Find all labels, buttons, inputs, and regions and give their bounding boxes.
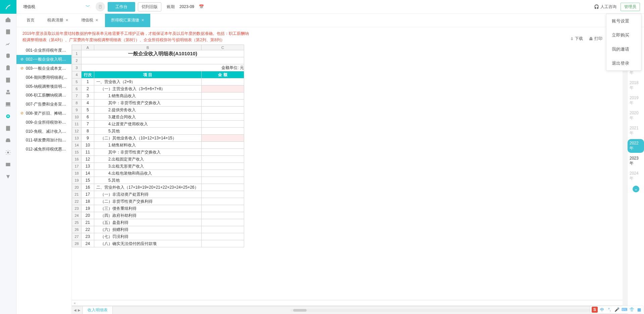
nav-money-icon[interactable] (0, 50, 16, 62)
table-row[interactable]: 84其中：非货币性资产交换收入 (72, 100, 244, 107)
nav-stamp-icon[interactable] (0, 86, 16, 98)
tree-item-2[interactable]: ⊘003-一般企业成本支出明细... (16, 64, 71, 73)
year-2020年[interactable]: 2020年 (628, 109, 644, 123)
nav-clipboard-icon[interactable] (0, 62, 16, 74)
formula-bar-collapse[interactable]: « (72, 300, 623, 306)
form-tree: 001-企业所得税年度纳税申...⊘002-一般企业收入明细表(A1...⊘00… (16, 45, 72, 314)
tree-item-5[interactable]: 006-职工薪酬纳税调整明细... (16, 91, 71, 100)
table-row[interactable]: 19155.其他 (72, 177, 244, 184)
old-version-button[interactable]: 切到旧版 (138, 2, 161, 11)
ime-punct-icon[interactable]: °, (606, 307, 612, 313)
nav-chart-icon[interactable] (0, 38, 16, 50)
svg-point-9 (7, 152, 9, 153)
table-row[interactable]: 1063.建造合同收入 (72, 114, 244, 121)
nav-inbox-icon[interactable] (0, 134, 16, 146)
table-row[interactable]: 14101.销售材料收入 (72, 142, 244, 149)
tree-item-1[interactable]: ⊘002-一般企业收入明细表(A1... (16, 55, 71, 64)
table-row[interactable]: 1174.让渡资产使用权收入 (72, 121, 244, 128)
year-2019年[interactable]: 2019年 (628, 94, 644, 108)
nav-doc-icon[interactable] (0, 26, 16, 38)
nav-v-icon[interactable] (0, 171, 16, 183)
period-value[interactable]: 2023-09 (179, 4, 194, 9)
ime-mic-icon[interactable]: 🎤 (614, 307, 620, 313)
nav-settings-icon[interactable] (0, 146, 16, 159)
nav-home-icon[interactable] (0, 14, 16, 26)
year-more-icon[interactable]: ⌄ (633, 186, 639, 192)
ime-toolbox-icon[interactable]: ▦ (636, 307, 642, 313)
table-row[interactable]: 2016二、营业外收入（17+18+19+20+21+22+23+24+25+2… (72, 184, 244, 191)
tree-item-10[interactable]: 011-研发费用加计扣除优惠... (16, 136, 71, 145)
table-row[interactable]: 2420（四）政府补助利得 (72, 212, 244, 219)
tab-3[interactable]: 所得税汇算清缴✕ (105, 14, 150, 27)
sheet-tab-nav[interactable]: ◀▶ (72, 306, 83, 314)
tab-0[interactable]: 首页 (20, 14, 41, 27)
admin-button[interactable]: 管理员 (621, 3, 640, 11)
table-row[interactable]: 2824（八）确实无法偿付的应付款项 (72, 240, 244, 247)
nav-video-icon[interactable] (0, 159, 16, 171)
table-row[interactable]: 18144.出租包装物和商品收入 (72, 170, 244, 177)
table-row[interactable]: 16122.出租固定资产收入 (72, 156, 244, 163)
nav-calc-icon[interactable] (0, 74, 16, 86)
ime-lang-button[interactable]: 中 (599, 307, 605, 313)
download-button[interactable]: ⇩下载 (570, 36, 583, 42)
ime-logo-icon[interactable]: S (592, 307, 598, 313)
nav-export-icon[interactable] (0, 122, 16, 134)
ime-skin-icon[interactable]: 👕 (629, 307, 635, 313)
table-row[interactable]: 2622（六）捐赠利得 (72, 226, 244, 233)
vertical-scrollbar[interactable] (623, 45, 627, 314)
tree-item-11[interactable]: 012-减免所得税优惠明细表(... (16, 145, 71, 154)
year-2024年[interactable]: 2024年 (628, 169, 644, 183)
tree-item-4[interactable]: 005-纳税调整项目明细表(A1... (16, 82, 71, 91)
table-row[interactable]: 2521（五）盘盈利得 (72, 219, 244, 226)
table-row[interactable]: 2723（七）罚没利得 (72, 233, 244, 240)
spreadsheet[interactable]: ABC1一般企业收入明细表(A101010)23金额单位: 元4行次项 目金 额… (72, 45, 623, 300)
module-selector[interactable]: 增值税 ﹀ (20, 4, 93, 10)
tab-2[interactable]: 增值税✕ (75, 14, 104, 27)
table-row[interactable]: 1285.其他 (72, 128, 244, 135)
year-2018年[interactable]: 2018年 (628, 79, 644, 92)
table-row[interactable]: 952.提供劳务收入 (72, 107, 244, 114)
nav-screen-icon[interactable] (0, 98, 16, 110)
horizontal-scrollbar[interactable] (113, 306, 623, 314)
ime-toolbar[interactable]: S 中 °, 🎤 ⌨ 👕 ▦ (590, 306, 643, 313)
ime-keyboard-icon[interactable]: ⌨ (621, 307, 627, 313)
consult-link[interactable]: 🎧 人工咨询 (594, 4, 616, 10)
year-2023年[interactable]: 2023年 (628, 154, 644, 168)
warning-text: 2019年度涉及取以前年度结转数据的申报表单元格需要手工维护正确，才能保证本年及… (16, 27, 258, 45)
table-row[interactable]: 62（一）主营业务收入（3+5+6+7+8） (72, 85, 244, 92)
close-icon[interactable]: ✕ (95, 18, 98, 22)
print-button[interactable]: 🖶打印 (589, 36, 602, 42)
dropdown-account-settings[interactable]: 账号设置 (606, 14, 641, 28)
table-row[interactable]: 2319（三）债务重组利得 (72, 205, 244, 212)
warning-icon: ⊘ (20, 57, 23, 62)
nav-tax-icon[interactable] (0, 110, 16, 122)
warning-icon: ⊘ (20, 66, 23, 71)
tree-item-8[interactable]: 009-企业所得税弥补亏损明... (16, 118, 71, 127)
year-2022年[interactable]: 2022年 (628, 139, 644, 153)
dropdown-my-invites[interactable]: 我的邀请 (606, 42, 641, 56)
dropdown-buy-now[interactable]: 立即购买 (606, 28, 641, 42)
calendar-icon[interactable]: 📅 (199, 4, 204, 9)
table-row[interactable]: 139（二）其他业务收入（10+12+13+14+15） (72, 135, 244, 142)
sheet-tab[interactable]: 收入明细表 (83, 306, 113, 314)
table-row[interactable]: 2117（一）非流动资产处置利得 (72, 191, 244, 198)
table-row[interactable]: 2218（二）非货币性资产交换利得 (72, 198, 244, 205)
table-row[interactable]: 17133.出租无形资产收入 (72, 163, 244, 170)
record-icon[interactable] (96, 2, 105, 11)
year-2021年[interactable]: 2021年 (628, 124, 644, 138)
tab-1[interactable]: 税表清册✕ (41, 14, 74, 27)
dropdown-logout[interactable]: 退出登录 (606, 56, 641, 70)
table-row[interactable]: 51一、营业收入（2+9） (72, 78, 244, 85)
app-logo[interactable] (0, 0, 16, 14)
workbench-button[interactable]: 工作台 (108, 2, 135, 12)
sheet-title: 一般企业收入明细表(A101010) (82, 50, 244, 57)
tree-item-0[interactable]: 001-企业所得税年度纳税申... (16, 46, 71, 55)
tree-item-3[interactable]: 004-期间费用明细表(A1040... (16, 73, 71, 82)
tree-item-6[interactable]: 007-广告费和业务宣传费跨... (16, 100, 71, 109)
tree-item-7[interactable]: ⊘008-资产折旧、摊销及纳税... (16, 109, 71, 118)
close-icon[interactable]: ✕ (65, 18, 68, 22)
table-row[interactable]: 1511其中：非货币性资产交换收入 (72, 149, 244, 156)
table-row[interactable]: 731.销售商品收入 (72, 92, 244, 100)
tree-item-9[interactable]: 010-免税、减计收入及加计... (16, 127, 71, 136)
close-icon[interactable]: ✕ (141, 18, 144, 22)
